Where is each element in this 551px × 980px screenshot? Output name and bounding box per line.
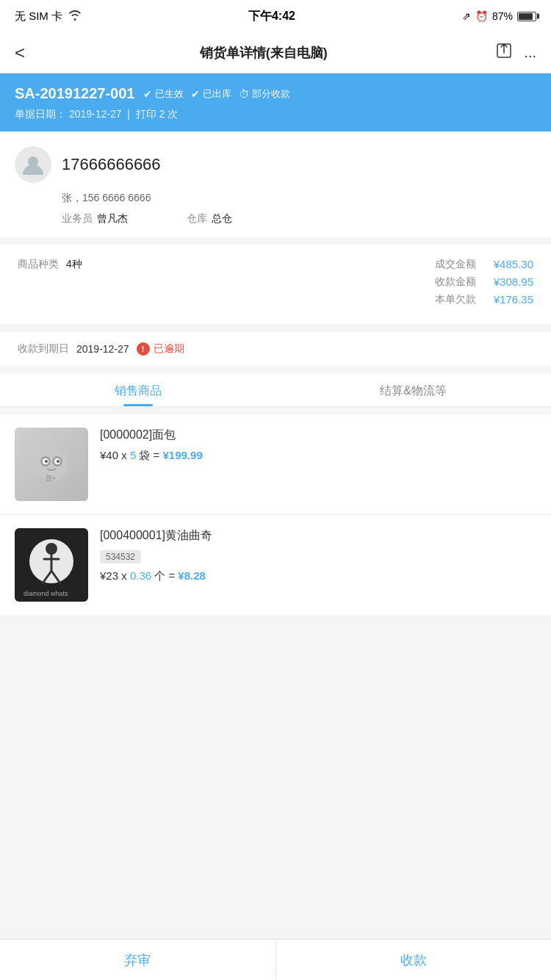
debt-amount-value: ¥176.35	[494, 293, 533, 306]
debt-amount-label: 本单欠款	[435, 293, 476, 306]
cookie-total: ¥8.28	[178, 569, 206, 582]
overdue-badge: ! 已逾期	[137, 342, 184, 356]
order-number: SA-20191227-001	[15, 85, 134, 102]
avatar	[15, 146, 51, 183]
svg-point-12	[46, 543, 57, 555]
cookie-qty: 0.36	[130, 569, 151, 582]
badge-shipped: ✔ 已出库	[191, 87, 231, 101]
share-button[interactable]	[496, 43, 512, 62]
clock-icon: ⏱	[239, 88, 249, 100]
summary-section: 商品种类 4种 成交金额 ¥485.30 收款金额 ¥308.95 本单欠款 ¥…	[0, 245, 551, 324]
amount-info: 成交金额 ¥485.30 收款金额 ¥308.95 本单欠款 ¥176.35	[435, 258, 533, 311]
product-info-bread: [0000002]面包 ¥40 x 5 袋 = ¥199.99	[100, 428, 536, 463]
header-info-bar: SA-20191227-001 ✔ 已生效 ✔ 已出库 ⏱ 部分收款 单据日期：…	[0, 73, 551, 131]
battery-percent: 87%	[492, 10, 513, 22]
sales-info: 业务员 曾凡杰	[62, 212, 128, 226]
wifi-icon	[68, 10, 82, 23]
collection-amount-value: ¥308.95	[494, 275, 533, 289]
status-badges: ✔ 已生效 ✔ 已出库 ⏱ 部分收款	[143, 87, 290, 101]
customer-section: 17666666666 张，156 6666 6666 业务员 曾凡杰 仓库 总…	[0, 131, 551, 237]
nav-actions: ...	[496, 43, 536, 62]
product-price-cookie: ¥23 x 0.36 个 = ¥8.28	[100, 569, 536, 583]
deal-amount-row: 成交金额 ¥485.30	[435, 258, 533, 271]
product-item-cookie: diamond whats [000400001]黄油曲奇 534532 ¥23…	[0, 515, 551, 616]
bread-image: 普+	[15, 428, 88, 501]
status-bar: 无 SIM 卡 下午4:42 ⇗ ⏰ 87%	[0, 0, 551, 32]
product-badge-cookie: 534532	[100, 550, 141, 563]
debt-amount-row: 本单欠款 ¥176.35	[435, 293, 533, 306]
overdue-icon: !	[137, 342, 150, 356]
customer-row: 17666666666	[15, 146, 536, 183]
bread-qty: 5	[130, 449, 136, 461]
check-icon-2: ✔	[191, 88, 200, 100]
warehouse-info: 仓库 总仓	[187, 212, 232, 226]
product-item-bread: 普+ [0000002]面包 ¥40 x 5 袋 = ¥199.99	[0, 414, 551, 515]
products-section: 普+ [0000002]面包 ¥40 x 5 袋 = ¥199.99 diamo…	[0, 414, 551, 616]
product-info-cookie: [000400001]黄油曲奇 534532 ¥23 x 0.36 个 = ¥8…	[100, 528, 536, 583]
tab-settlement-logistics[interactable]: 结算&物流等	[276, 373, 551, 406]
status-right: ⇗ ⏰ 87%	[462, 10, 536, 22]
tabs-section: 销售商品 结算&物流等	[0, 373, 551, 407]
customer-meta: 业务员 曾凡杰 仓库 总仓	[15, 212, 536, 226]
product-thumb-bread: 普+	[15, 428, 88, 501]
tab-sales-products[interactable]: 销售商品	[0, 373, 276, 406]
collection-amount-row: 收款金额 ¥308.95	[435, 275, 533, 289]
due-date-label: 收款到期日	[18, 342, 69, 356]
order-date-info: 单据日期： 2019-12-27 | 打印 2 次	[15, 108, 536, 121]
product-type-label: 商品种类	[18, 258, 59, 271]
product-price-bread: ¥40 x 5 袋 = ¥199.99	[100, 449, 536, 463]
battery-icon	[517, 12, 536, 21]
more-button[interactable]: ...	[524, 44, 536, 61]
due-date-section: 收款到期日 2019-12-27 ! 已逾期	[0, 331, 551, 366]
product-thumb-cookie: diamond whats	[15, 528, 88, 602]
deal-amount-value: ¥485.30	[494, 258, 533, 271]
svg-point-7	[45, 460, 48, 463]
bread-total: ¥199.99	[163, 449, 203, 461]
deal-amount-label: 成交金额	[435, 258, 476, 271]
back-button[interactable]: <	[9, 37, 31, 69]
svg-point-8	[57, 460, 60, 463]
product-name-bread: [0000002]面包	[100, 428, 536, 443]
location-icon: ⇗	[462, 10, 471, 22]
nav-bar: < 销货单详情(来自电脑) ...	[0, 32, 551, 73]
badge-partial-payment: ⏱ 部分收款	[239, 87, 290, 101]
badge-effective: ✔ 已生效	[143, 87, 184, 101]
carrier-text: 无 SIM 卡	[15, 10, 62, 24]
due-date-value: 2019-12-27	[76, 343, 129, 355]
customer-phone: 17666666666	[62, 155, 161, 174]
status-time: 下午4:42	[248, 9, 295, 24]
product-name-cookie: [000400001]黄油曲奇	[100, 528, 536, 544]
svg-text:普+: 普+	[46, 475, 56, 482]
overdue-text: 已逾期	[154, 342, 184, 356]
status-left: 无 SIM 卡	[15, 10, 82, 24]
collection-amount-label: 收款金额	[435, 275, 476, 289]
cancel-review-button[interactable]: 弃审	[0, 941, 276, 979]
check-icon-1: ✔	[143, 88, 152, 100]
product-type-value: 4种	[66, 258, 82, 271]
collect-button[interactable]: 收款	[276, 941, 552, 979]
bottom-bar: 弃审 收款	[0, 939, 551, 980]
customer-name-phone: 张，156 6666 6666	[15, 192, 536, 205]
page-title: 销货单详情(来自电脑)	[200, 44, 328, 62]
alarm-icon: ⏰	[475, 10, 488, 22]
svg-text:diamond whats: diamond whats	[24, 590, 68, 597]
product-type-info: 商品种类 4种	[18, 258, 82, 274]
